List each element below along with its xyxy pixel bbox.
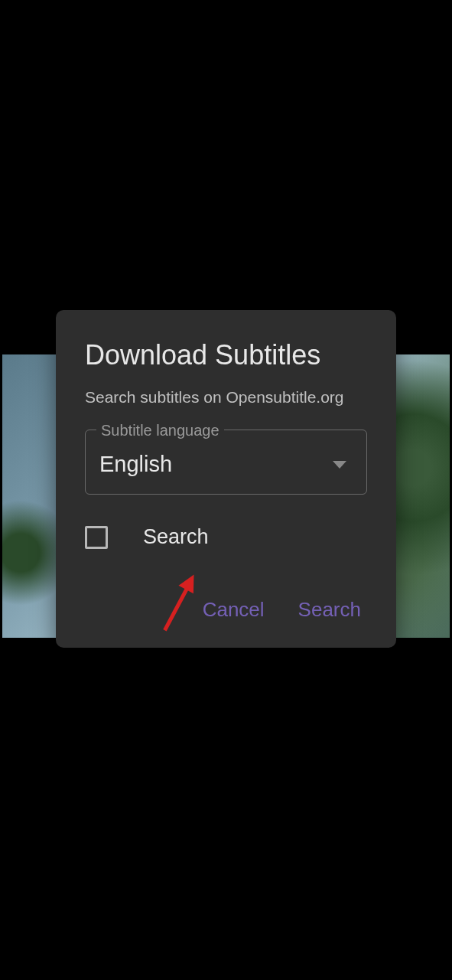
chevron-down-icon (333, 461, 346, 469)
dialog-button-row: Cancel Search (85, 593, 367, 626)
dropdown-value-row: English (99, 452, 353, 477)
cancel-button[interactable]: Cancel (200, 593, 268, 626)
language-dropdown[interactable]: Subtitle language English (85, 430, 367, 495)
download-subtitles-dialog: Download Subtitles Search subtitles on O… (56, 310, 396, 648)
dialog-subtitle: Search subtitles on Opensubtitle.org (85, 388, 367, 407)
dialog-title: Download Subtitles (85, 339, 367, 371)
dropdown-label: Subtitle language (96, 422, 224, 439)
search-button[interactable]: Search (295, 593, 364, 626)
search-checkbox-row: Search (85, 525, 367, 549)
checkbox-label: Search (143, 525, 209, 549)
dropdown-value: English (99, 452, 172, 477)
search-checkbox[interactable] (85, 526, 108, 549)
